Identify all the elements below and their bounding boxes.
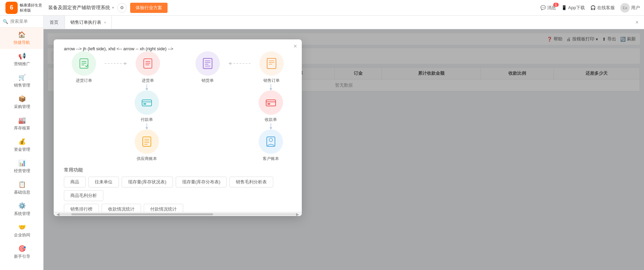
func-btn-product-profit[interactable]: 商品毛利分析 [64,190,103,201]
scrollbar-thumb [71,213,213,215]
fk-circle [135,90,159,115]
fk-down-arrow [126,123,168,129]
func-btn-row-1: 商品 往来单位 现存量(库存状况表) 现存量(库存分布表) 销售毛利分析表 商品… [64,177,292,201]
xh-label: 销售订单 [263,78,280,84]
logo-icon: 6 [5,2,18,14]
message-button[interactable]: 💬 消息 6 [540,5,556,11]
common-func-section: 常用功能 商品 往来单位 现存量(库存状况表) 现存量(库存分布表) 销售毛利分… [64,167,292,212]
sk-node-wrap: 收款单 [250,90,292,123]
flow-row-2: 付款单 [64,90,292,123]
func-btn-sales-profit[interactable]: 销售毛利分析表 [229,177,273,187]
svg-rect-17 [267,58,276,69]
scroll-left-icon[interactable]: ◀ [56,212,59,216]
sidebar-item-basic[interactable]: 📋 基础信息 [0,177,43,199]
tab-close-all-button[interactable]: × [633,19,641,25]
popup-close-button[interactable]: × [293,43,297,50]
sidebar-item-marketing[interactable]: 📢 营销推广 [0,49,43,70]
func-btn-partner[interactable]: 往来单位 [88,177,119,187]
tab-close-icon[interactable]: × [104,20,106,24]
logo-text: 畅康通好生意 标准版 [20,3,42,13]
func-btn-product[interactable]: 商品 [64,177,86,187]
sales-icon: 🛒 [18,74,26,81]
sk-down-arrow [250,123,292,129]
sidebar-item-inventory[interactable]: 🏭 库存核算 [0,113,43,134]
download-icon: 📱 [561,5,567,10]
system-icon: ⚙️ [18,202,26,210]
xhd-label: 销货单 [202,78,214,84]
message-badge: 6 [553,3,559,7]
func-btn-row-2: 销售排行榜 收款情况统计 付款情况统计 [64,204,292,212]
flow-diagram: arrow --> jh (left side), xhd <-- arrow … [64,46,292,162]
settings-button[interactable]: ⚙ [117,3,127,13]
kh-circle [259,129,283,154]
xhd-down-arrow [250,84,292,90]
xhd-circle [195,51,220,76]
business-icon: 📊 [18,159,26,167]
xh-xhd-arrow [228,51,251,66]
sidebar-item-finance[interactable]: 💰 资金管理 [0,134,43,156]
dropdown-arrow-icon[interactable]: ▾ [112,6,114,10]
func-btn-payment-stat[interactable]: 付款情况统计 [144,204,183,212]
sidebar-item-business[interactable]: 📊 经营管理 [0,156,43,177]
xh-circle [259,51,284,76]
content-area: 首页 销售订单执行表 × × ❓ 帮助 🖨 [43,16,644,270]
home-icon: 🏠 [18,31,25,38]
system-title: 装备及固定资产辅助管理系统 ▾ [48,5,114,11]
sidebar-item-sales[interactable]: 🛒 销售管理 [0,70,43,92]
trial-button[interactable]: 体验行业方案 [130,3,168,13]
kh-label: 客户账本 [263,156,279,162]
svg-rect-28 [266,100,276,106]
svg-rect-25 [142,100,152,106]
online-service-button[interactable]: 🎧 在线客服 [590,5,615,11]
jh-circle [136,51,160,76]
jh-node-wrap: 进货单 [128,51,168,84]
func-btn-sales-rank[interactable]: 销售排行榜 [64,204,99,212]
func-btn-receipt-stat[interactable]: 收款情况统计 [102,204,141,212]
sidebar-item-newbie[interactable]: 🎯 新手引导 [0,241,43,263]
sidebar-item-system[interactable]: ⚙️ 系统管理 [0,199,43,220]
svg-point-41 [269,138,273,142]
collab-icon: 🤝 [18,223,26,231]
finance-icon: 💰 [18,138,26,145]
service-icon: 🎧 [590,5,596,10]
xh-node-wrap: 销售订单 [251,51,292,84]
jhd-node-wrap: 进货订单 [64,51,104,84]
flow-row-3: 供应商账本 [64,129,292,162]
flow-row-1: 进货订单 [64,51,292,84]
content-body: ❓ 帮助 🖨 按模板打印 ▾ ⬆ 导出 🔄 [43,29,644,270]
popup-scrollbar[interactable]: ◀ ▶ [54,212,302,216]
popup-scroll[interactable]: arrow --> jh (left side), xhd <-- arrow … [54,39,302,212]
func-btn-stock-status[interactable]: 现存量(库存状况表) [122,177,173,187]
svg-rect-27 [143,103,146,105]
tab-sales-order[interactable]: 销售订单执行表 × [65,16,112,29]
sidebar-item-purchase[interactable]: 📦 采购管理 [0,92,43,113]
gy-circle [135,129,159,154]
scroll-right-icon[interactable]: ▶ [296,212,299,216]
user-avatar-button[interactable]: Ea 用户 [620,3,640,13]
popup-box: × arrow --> jh (left side), xhd <-- arro… [54,39,302,216]
func-btn-stock-dist[interactable]: 现存量(库存分布表) [176,177,227,187]
newbie-icon: 🎯 [18,245,26,252]
xhd-node-wrap: 销货单 [188,51,228,84]
jh-label: 进货单 [142,78,154,84]
flow-down-arrows [64,84,292,90]
svg-rect-30 [267,103,270,105]
jhd-circle [72,51,96,76]
fk-label: 付款单 [141,117,153,123]
purchase-icon: 📦 [18,95,26,103]
search-icon: 🔍 [3,19,8,24]
scrollbar-track[interactable] [59,213,296,215]
gy-label: 供应商账本 [137,156,157,162]
jhd-label: 进货订单 [76,78,92,84]
sk-label: 收款单 [265,117,277,123]
svg-marker-5 [124,62,127,65]
sidebar-item-quick[interactable]: 🏠 快捷导航 [0,28,43,49]
app-download-button[interactable]: 📱 App下载 [561,5,585,11]
sidebar-item-collab[interactable]: 🤝 企业协同 [0,220,43,241]
tab-home[interactable]: 首页 [43,16,65,29]
kh-node-wrap: 客户账本 [250,129,292,162]
svg-rect-35 [143,137,151,146]
fk-node-wrap: 付款单 [126,90,168,123]
svg-rect-14 [205,65,210,67]
search-menu-button[interactable]: 🔍 搜索菜单 [0,16,43,28]
